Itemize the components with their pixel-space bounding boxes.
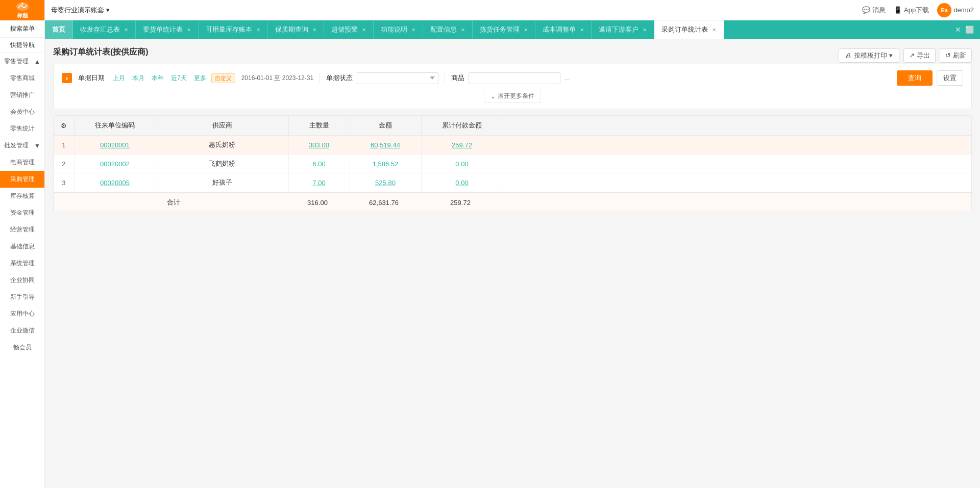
row-code[interactable]: 00020001 <box>74 136 156 155</box>
sidebar-item-enterprise-wechat[interactable]: 企业微信 <box>0 322 44 339</box>
sidebar-item-finance[interactable]: 资金管理 <box>0 204 44 221</box>
shortcut-more[interactable]: 更多 <box>192 73 208 83</box>
print-label: 按模板打印 <box>854 51 887 60</box>
sidebar-item-member[interactable]: 会员中心 <box>0 104 44 120</box>
sidebar-item-ops[interactable]: 经营管理 <box>0 221 44 238</box>
row-paid[interactable]: 259.72 <box>421 136 503 155</box>
row-qty[interactable]: 7.00 <box>288 173 350 192</box>
filter-toggle-button[interactable]: › <box>62 73 72 83</box>
sidebar-item-retail-mgmt[interactable]: 零售管理 ▲ <box>0 53 44 70</box>
tab-close-icon[interactable]: ✕ <box>312 27 316 33</box>
tab-pick-task[interactable]: 拣货任务管理 ✕ <box>473 20 535 39</box>
tab-close-icon[interactable]: ✕ <box>643 27 647 33</box>
sidebar-item-ecommerce[interactable]: 电商管理 <box>0 154 44 171</box>
sidebar-item-new-guide[interactable]: 新手引导 <box>0 289 44 305</box>
sidebar-item-vip[interactable]: 畅会员 <box>0 339 44 356</box>
shortcut-7days[interactable]: 近7天 <box>169 73 189 83</box>
tab-close-icon[interactable]: ✕ <box>124 27 128 33</box>
shortcut-this-month[interactable]: 本月 <box>130 73 146 83</box>
tab-func-desc[interactable]: 功能说明 ✕ <box>374 20 423 39</box>
sidebar-item-basic-info[interactable]: 基础信息 <box>0 238 44 255</box>
sidebar-search[interactable]: 搜索菜单 <box>0 20 44 38</box>
tab-config[interactable]: 配置信息 ✕ <box>423 20 473 39</box>
settings-button[interactable]: 设置 <box>937 70 963 86</box>
row-paid[interactable]: 0.00 <box>421 173 503 192</box>
refresh-button[interactable]: ↺ 刷新 <box>940 48 972 63</box>
sidebar-item-label: 批发管理 <box>4 141 29 150</box>
tab-invite[interactable]: 邀请下游客户 ✕ <box>592 20 654 39</box>
sidebar-item-label: 经营管理 <box>10 225 35 234</box>
query-button[interactable]: 查询 <box>897 70 933 86</box>
status-select[interactable] <box>357 72 438 84</box>
tab-close-icon[interactable]: ✕ <box>256 27 260 33</box>
tab-receive-send[interactable]: 收发存汇总表 ✕ <box>73 20 136 39</box>
th-extra <box>503 116 971 136</box>
sidebar-item-purchase[interactable]: 采购管理 <box>0 171 44 188</box>
tab-close-icon[interactable]: ✕ <box>524 27 528 33</box>
dropdown-arrow-icon: ▾ <box>889 52 893 59</box>
row-code[interactable]: 00020002 <box>74 155 156 173</box>
goods-filter-group: 商品 ... <box>451 72 570 84</box>
sidebar-item-retail-mall[interactable]: 零售商城 <box>0 70 44 87</box>
refresh-label: 刷新 <box>953 51 966 60</box>
sidebar-quick-nav[interactable]: 快捷导航 <box>0 38 44 53</box>
expand-more-btn[interactable]: ⌄ 展开更多条件 <box>484 90 541 102</box>
user-menu[interactable]: Ea demo2 <box>937 3 974 17</box>
maximize-window-icon[interactable]: ⬜ <box>965 25 974 34</box>
tab-close-icon[interactable]: ✕ <box>187 27 191 33</box>
sidebar-item-label: 企业协同 <box>10 276 35 285</box>
row-extra <box>503 155 971 173</box>
tab-close-icon[interactable]: ✕ <box>461 27 465 33</box>
tab-close-icon[interactable]: ✕ <box>411 27 415 33</box>
th-settings[interactable]: ⚙ <box>54 116 74 136</box>
export-button[interactable]: ↗ 导出 <box>903 48 936 63</box>
filter-divider-2 <box>445 73 445 83</box>
sidebar-item-label: 采购管理 <box>10 175 35 184</box>
sidebar-item-label: 零售管理 <box>4 57 29 66</box>
row-paid[interactable]: 0.00 <box>421 155 503 173</box>
status-label: 单据状态 <box>326 73 353 83</box>
row-code[interactable]: 00020005 <box>74 173 156 192</box>
row-qty[interactable]: 6.00 <box>288 155 350 173</box>
tab-close-icon[interactable]: ✕ <box>362 27 366 33</box>
row-amount[interactable]: 525.80 <box>350 173 421 192</box>
print-button[interactable]: 🖨 按模板打印 ▾ <box>839 48 899 63</box>
page-content: 采购订单统计表(按供应商) 🖨 按模板打印 ▾ ↗ 导出 ↺ 刷新 <box>45 39 980 488</box>
tab-order-stats[interactable]: 要货单统计表 ✕ <box>136 20 199 39</box>
close-window-icon[interactable]: ✕ <box>955 25 961 34</box>
shortcut-this-year[interactable]: 本年 <box>150 73 166 83</box>
tab-close-icon[interactable]: ✕ <box>580 27 584 33</box>
tab-home[interactable]: 首页 <box>45 20 73 39</box>
message-btn[interactable]: 💬 消息 <box>862 6 886 15</box>
goods-more-icon[interactable]: ... <box>565 74 570 82</box>
row-extra <box>503 136 971 155</box>
row-amount[interactable]: 1,586.52 <box>350 155 421 173</box>
row-qty[interactable]: 303.00 <box>288 136 350 155</box>
sidebar-item-system[interactable]: 系统管理 <box>0 255 44 272</box>
sidebar-item-app-center[interactable]: 应用中心 <box>0 305 44 322</box>
sidebar-item-wholesale[interactable]: 批发管理 ▼ <box>0 137 44 154</box>
sidebar-item-retail-stats[interactable]: 零售统计 <box>0 120 44 137</box>
sidebar-item-enterprise[interactable]: 企业协同 <box>0 272 44 289</box>
tab-cost-adjust[interactable]: 成本调整单 ✕ <box>535 20 592 39</box>
tab-purchase-order-stats[interactable]: 采购订单统计表 ✕ <box>654 20 724 39</box>
account-selector[interactable]: 母婴行业演示账套 ▾ <box>51 6 110 15</box>
row-supplier: 好孩子 <box>156 173 288 192</box>
tab-label: 要货单统计表 <box>143 25 183 34</box>
tab-close-icon[interactable]: ✕ <box>712 27 716 33</box>
topbar-right: 💬 消息 📱 App下载 Ea demo2 <box>862 3 974 17</box>
export-icon: ↗ <box>909 52 915 59</box>
shortcut-last-month[interactable]: 上月 <box>111 73 127 83</box>
main-area: 母婴行业演示账套 ▾ 💬 消息 📱 App下载 Ea demo2 首页 <box>45 0 980 488</box>
goods-input[interactable] <box>469 72 560 84</box>
sidebar-item-inventory[interactable]: 库存核算 <box>0 188 44 204</box>
sidebar-item-marketing[interactable]: 营销推广 <box>0 87 44 104</box>
row-amount[interactable]: 60,519.44 <box>350 136 421 155</box>
shortcut-custom[interactable]: 自定义 <box>211 73 235 83</box>
tab-validity[interactable]: 保质期查询 ✕ <box>268 20 324 39</box>
header-actions: 🖨 按模板打印 ▾ ↗ 导出 ↺ 刷新 <box>839 48 972 63</box>
topbar: 母婴行业演示账套 ▾ 💬 消息 📱 App下载 Ea demo2 <box>45 0 980 20</box>
tab-avail-inventory[interactable]: 可用量库存账本 ✕ <box>199 20 268 39</box>
tab-overstock[interactable]: 超储预警 ✕ <box>324 20 374 39</box>
app-download-btn[interactable]: 📱 App下载 <box>894 6 929 15</box>
